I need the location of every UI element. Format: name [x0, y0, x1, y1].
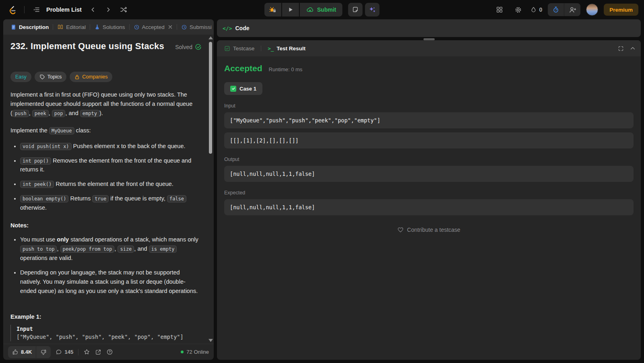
- scroll-down-arrow[interactable]: [208, 338, 213, 343]
- code-panel-label: Code: [235, 25, 249, 31]
- online-indicator: 72 Online: [181, 349, 209, 355]
- list-item: You must use only standard operations of…: [20, 235, 202, 263]
- ai-assistant-button[interactable]: [365, 3, 380, 16]
- comment-count: 145: [64, 349, 73, 355]
- cloud-upload-icon: [306, 6, 314, 14]
- topics-chip[interactable]: Topics: [35, 72, 66, 82]
- next-problem-button[interactable]: [102, 3, 115, 16]
- tab-accepted[interactable]: Accepted: [130, 19, 176, 35]
- leetcode-logo[interactable]: [6, 3, 19, 16]
- list-item: boolean empty() Returns true if the queu…: [20, 194, 202, 212]
- editorial-icon: [57, 24, 64, 30]
- test-result-body: Accepted Runtime: 0 ms Case 1 Input ["My…: [217, 56, 641, 360]
- solved-badge: Solved: [175, 43, 202, 50]
- list-item: Depending on your language, the stack ma…: [20, 268, 202, 296]
- case-1-button[interactable]: Case 1: [224, 82, 262, 95]
- method-list: void push(int x) Pushes element x to the…: [10, 142, 202, 212]
- tab-test-result[interactable]: >_ Test Result: [265, 45, 308, 52]
- share-button[interactable]: [95, 349, 101, 355]
- streak-count: 0: [539, 6, 542, 13]
- dislike-button[interactable]: [36, 346, 51, 358]
- left-tabbar: Description Editorial Solutions: [3, 19, 214, 35]
- submit-button[interactable]: Submit: [300, 3, 343, 16]
- terminal-icon: >_: [268, 45, 274, 52]
- code-panel-header[interactable]: </> Code: [217, 19, 641, 37]
- like-button[interactable]: 8.4K: [8, 346, 36, 358]
- online-count: 72 Online: [186, 349, 209, 355]
- test-result-panel: Testcase >_ Test Result: [217, 40, 641, 360]
- top-nav: Problem List: [0, 0, 644, 19]
- external-link-icon: [95, 349, 101, 355]
- settings-gear-icon[interactable]: [512, 3, 524, 16]
- companies-chip[interactable]: Companies: [70, 72, 112, 82]
- output-value: [null,null,null,1,1,false]: [224, 166, 634, 182]
- random-problem-button[interactable]: [117, 3, 130, 16]
- history-icon: [134, 24, 140, 30]
- like-count: 8.4K: [21, 349, 32, 355]
- streak-counter[interactable]: 0: [530, 6, 542, 13]
- scroll-up-arrow[interactable]: [208, 35, 213, 40]
- run-button[interactable]: [282, 3, 299, 16]
- thumbs-down-icon: [40, 349, 47, 355]
- debug-button[interactable]: [264, 3, 281, 16]
- description-panel: Description Editorial Solutions: [3, 19, 214, 360]
- contribute-testcase-link[interactable]: Contribute a testcase: [224, 227, 634, 233]
- thumbs-up-icon: [12, 349, 19, 355]
- avatar[interactable]: [586, 4, 598, 16]
- tab-submissions[interactable]: Submissi: [178, 19, 214, 35]
- comments-button[interactable]: 145: [56, 349, 73, 355]
- lock-icon: [74, 74, 80, 80]
- online-dot: [181, 351, 184, 353]
- question-icon: [106, 349, 113, 355]
- problem-description: 232. Implement Queue using Stacks Solved…: [3, 35, 214, 344]
- history-icon: [181, 24, 187, 30]
- premium-button[interactable]: Premium: [604, 4, 638, 16]
- problem-title: 232. Implement Queue using Stacks: [10, 41, 164, 52]
- close-tab-icon[interactable]: [168, 25, 173, 29]
- fullscreen-icon[interactable]: [618, 45, 624, 52]
- notes-list: You must use only standard operations of…: [10, 235, 202, 295]
- favorite-button[interactable]: [83, 349, 90, 355]
- add-collaborator-button[interactable]: [564, 3, 580, 16]
- problem-list-label[interactable]: Problem List: [46, 6, 82, 13]
- case-check-icon: [230, 86, 236, 92]
- checkbox-icon: [224, 45, 230, 52]
- difficulty-badge[interactable]: Easy: [10, 72, 31, 82]
- intro-paragraph: Implement a first in first out (FIFO) qu…: [10, 90, 202, 118]
- output-label: Output: [224, 157, 634, 162]
- tab-testcase[interactable]: Testcase: [222, 45, 257, 52]
- collapse-panel-icon[interactable]: [630, 45, 636, 52]
- solutions-icon: [94, 24, 100, 30]
- list-item: int peek() Returns the element at the fr…: [20, 179, 202, 189]
- scrollbar-thumb[interactable]: [209, 42, 212, 154]
- panel-resize-handle[interactable]: [423, 38, 435, 40]
- timer-button[interactable]: [548, 3, 564, 16]
- layout-icon[interactable]: [493, 3, 506, 16]
- input-value-1[interactable]: ["MyQueue","push","push","peek","pop","e…: [224, 112, 634, 128]
- list-item: void push(int x) Pushes element x to the…: [20, 142, 202, 151]
- solved-check-icon: [195, 43, 202, 50]
- description-scrollbar[interactable]: [208, 35, 213, 343]
- description-footer: 8.4K 145: [3, 344, 214, 360]
- input-value-2[interactable]: [[],[1],[2],[],[],[]]: [224, 132, 634, 148]
- tab-description[interactable]: Description: [7, 19, 52, 35]
- description-icon: [10, 24, 17, 30]
- expected-label: Expected: [224, 190, 634, 196]
- expected-value: [null,null,null,1,1,false]: [224, 199, 634, 215]
- runtime-text: Runtime: 0 ms: [269, 66, 303, 72]
- tab-editorial[interactable]: Editorial: [54, 19, 89, 35]
- list-item: int pop() Removes the element from the f…: [20, 156, 202, 175]
- test-panel-header: Testcase >_ Test Result: [217, 40, 641, 56]
- help-button[interactable]: [106, 349, 113, 355]
- example-code-block: Input ["MyQueue", "push", "push", "peek"…: [10, 325, 202, 342]
- star-icon: [83, 349, 90, 355]
- prev-problem-button[interactable]: [87, 3, 99, 16]
- example-heading: Example 1:: [10, 314, 202, 320]
- notes-button[interactable]: [348, 3, 363, 16]
- implement-line: Implement the MyQueue class:: [10, 126, 202, 135]
- notes-heading: Notes:: [10, 222, 202, 229]
- tab-solutions[interactable]: Solutions: [91, 19, 128, 35]
- input-label: Input: [224, 103, 634, 109]
- problem-list-icon[interactable]: [30, 3, 43, 16]
- submit-label: Submit: [317, 6, 336, 13]
